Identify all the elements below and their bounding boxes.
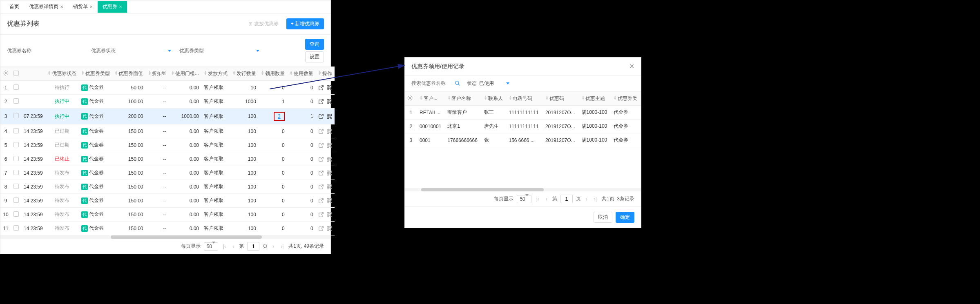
col-header[interactable]: ▲▼优惠券面值 xyxy=(112,67,146,81)
row-checkbox[interactable] xyxy=(13,225,19,231)
row-checkbox[interactable] xyxy=(13,84,19,90)
row-checkbox[interactable] xyxy=(13,156,19,161)
tab-优惠券[interactable]: 优惠券✕ xyxy=(98,1,127,13)
gear-column[interactable] xyxy=(0,67,11,81)
col-header[interactable]: ▲▼折扣% xyxy=(145,67,169,81)
share-icon[interactable] xyxy=(318,99,324,104)
search-box[interactable] xyxy=(411,80,460,87)
table-row[interactable]: 200010001北京1唐先生1111111111120191207O...满1… xyxy=(405,120,641,133)
qr-icon[interactable] xyxy=(326,170,332,176)
share-icon[interactable] xyxy=(318,212,324,217)
table-row[interactable]: 1014 23:59待发布代代金券150.00--0.00客户领取10000 xyxy=(0,208,335,222)
modal-status-select[interactable]: 已使用 xyxy=(479,80,509,87)
row-checkbox[interactable] xyxy=(13,113,19,118)
close-icon[interactable]: ✕ xyxy=(89,4,93,9)
table-row[interactable]: 2执行中代代金券100.00--0.00客户领取100010 xyxy=(0,95,335,109)
table-row[interactable]: 307 23:59执行中代代金券200.00--1000.00客户领取10031 xyxy=(0,109,335,124)
share-icon[interactable] xyxy=(318,113,324,119)
row-checkbox[interactable] xyxy=(13,170,19,175)
qr-icon[interactable] xyxy=(326,198,332,204)
table-row[interactable]: 1RETAIL...零散客户张三1111111111120191207O...满… xyxy=(405,106,641,120)
claimed-link[interactable]: 3 xyxy=(274,112,285,121)
modal-prev-page[interactable]: ‹ xyxy=(544,196,549,202)
filter-name-input[interactable] xyxy=(34,47,83,55)
issue-coupon-button[interactable]: ⊞ 发放优惠券 xyxy=(244,18,283,29)
settings-button[interactable]: 设置 xyxy=(305,51,324,62)
qr-icon[interactable] xyxy=(326,113,332,119)
per-page-select[interactable]: 50 xyxy=(204,242,218,251)
table-row[interactable]: 3000117666666666张156 6666 ...20191207O..… xyxy=(405,133,641,147)
share-icon[interactable] xyxy=(318,156,324,162)
col-header[interactable]: ▲▼操作 xyxy=(316,67,335,81)
share-icon[interactable] xyxy=(318,198,324,204)
table-row[interactable]: 1待执行代代金券50.00--0.00客户领取1000 xyxy=(0,81,335,95)
col-header[interactable]: ▲▼使用数量 xyxy=(287,67,316,81)
share-icon[interactable] xyxy=(318,85,324,91)
col-header[interactable]: ▲▼使用门槛... xyxy=(169,67,201,81)
table-row[interactable]: 814 23:59待发布代代金券150.00--0.00客户领取10000 xyxy=(0,180,335,194)
qr-icon[interactable] xyxy=(326,156,332,162)
cancel-button[interactable]: 取消 xyxy=(594,212,612,223)
qr-icon[interactable] xyxy=(326,129,332,134)
query-button[interactable]: 查询 xyxy=(305,39,324,50)
qr-icon[interactable] xyxy=(326,184,332,190)
col-header[interactable]: ▲▼客户... xyxy=(417,92,445,106)
modal-per-page-select[interactable]: 50 xyxy=(517,195,531,203)
page-input[interactable] xyxy=(247,242,259,251)
row-checkbox[interactable] xyxy=(13,211,19,217)
modal-scrollbar[interactable] xyxy=(405,188,641,191)
qr-icon[interactable] xyxy=(326,212,332,217)
first-page-button[interactable]: |‹ xyxy=(221,244,228,249)
col-header[interactable]: ▲▼联系人 xyxy=(482,92,507,106)
qr-icon[interactable] xyxy=(326,142,332,148)
table-row[interactable]: 514 23:59已过期代代金券150.00--0.00客户领取10000 xyxy=(0,138,335,152)
close-icon[interactable]: ✕ xyxy=(119,4,122,9)
col-header[interactable]: ▲▼发放方式 xyxy=(201,67,230,81)
col-header[interactable]: ▲▼电话号码 xyxy=(506,92,542,106)
row-checkbox[interactable] xyxy=(13,184,19,189)
table-row[interactable]: 614 23:59已终止代代金券150.00--0.00客户领取10000 xyxy=(0,152,335,166)
modal-page-input[interactable] xyxy=(560,195,573,203)
row-checkbox[interactable] xyxy=(13,142,19,147)
modal-last-page[interactable]: ›| xyxy=(592,196,598,202)
col-header[interactable]: ▲▼优惠券类 xyxy=(611,92,641,106)
table-row[interactable]: 714 23:59待发布代代金券150.00--0.00客户领取10000 xyxy=(0,166,335,180)
horizontal-scrollbar[interactable] xyxy=(0,235,330,239)
last-page-button[interactable]: ›| xyxy=(279,244,285,249)
ok-button[interactable]: 确定 xyxy=(616,212,634,223)
col-header[interactable]: ▲▼领用数量 xyxy=(259,67,287,81)
modal-next-page[interactable]: › xyxy=(584,196,589,202)
add-coupon-button[interactable]: + 新增优惠券 xyxy=(286,18,324,29)
table-row[interactable]: 914 23:59待发布代代金券150.00--0.00客户领取10000 xyxy=(0,194,335,208)
table-row[interactable]: 1114 23:59待发布代代金券150.00--0.00客户领取10000 xyxy=(0,222,335,235)
tab-销货单[interactable]: 销货单✕ xyxy=(68,1,98,13)
close-icon[interactable]: ✕ xyxy=(60,4,63,9)
modal-first-page[interactable]: |‹ xyxy=(535,196,541,202)
close-icon[interactable]: ✕ xyxy=(629,62,634,70)
share-icon[interactable] xyxy=(318,226,324,231)
col-header[interactable]: ▲▼优惠码 xyxy=(543,92,579,106)
tab-优惠券详情页[interactable]: 优惠券详情页✕ xyxy=(24,1,68,13)
share-icon[interactable] xyxy=(318,170,324,176)
col-header[interactable]: ▲▼发行数量 xyxy=(230,67,259,81)
qr-icon[interactable] xyxy=(326,85,332,91)
gear-column[interactable] xyxy=(405,92,417,106)
row-checkbox[interactable] xyxy=(13,98,19,104)
next-page-button[interactable]: › xyxy=(271,244,276,249)
row-checkbox[interactable] xyxy=(13,128,19,133)
col-header[interactable]: ▲▼客户名称 xyxy=(445,92,481,106)
col-header[interactable]: ▲▼优惠券状态 xyxy=(45,67,79,81)
col-header[interactable]: ▲▼优惠主题 xyxy=(579,92,611,106)
qr-icon[interactable] xyxy=(326,226,332,231)
share-icon[interactable] xyxy=(318,184,324,190)
row-checkbox[interactable] xyxy=(13,197,19,203)
search-input[interactable] xyxy=(411,80,452,86)
filter-type-select[interactable] xyxy=(206,50,259,52)
qr-icon[interactable] xyxy=(326,99,332,104)
filter-status-select[interactable] xyxy=(118,50,171,52)
share-icon[interactable] xyxy=(318,129,324,134)
share-icon[interactable] xyxy=(318,142,324,148)
table-row[interactable]: 414 23:59已过期代代金券150.00--0.00客户领取10000 xyxy=(0,124,335,138)
col-header[interactable]: ▲▼优惠券类型 xyxy=(79,67,112,81)
prev-page-button[interactable]: ‹ xyxy=(231,244,236,249)
